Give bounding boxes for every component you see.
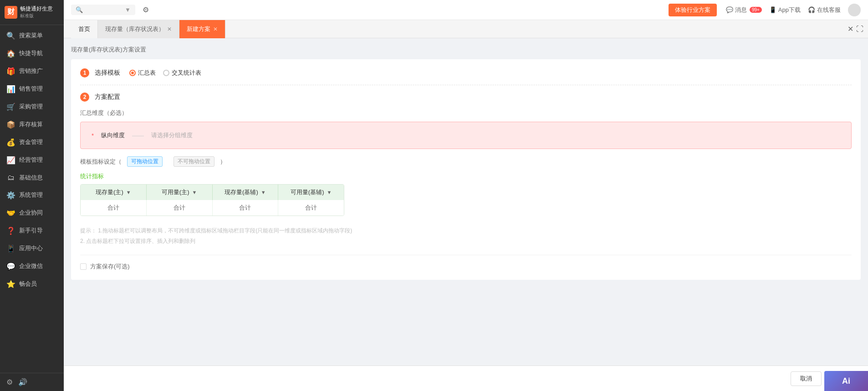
handshake-icon: 🤝 <box>6 209 15 217</box>
template-radio-group: 汇总表 交叉统计表 <box>129 69 201 77</box>
user-avatar[interactable] <box>848 4 861 16</box>
sidebar-item-label: 快捷导航 <box>19 49 43 57</box>
stats-label: 统计指标 <box>80 172 852 180</box>
col-label-3: 可用量(基辅) <box>291 188 324 196</box>
page-title: 现存量(库存状况表)方案设置 <box>71 46 861 54</box>
tab-inventory-label: 现存量（库存状况表） <box>105 25 164 33</box>
col-label-2: 现存量(基辅) <box>225 188 258 196</box>
indicator-settings-label: 模板指标设定（ <box>80 158 122 166</box>
audio-icon[interactable]: 🔊 <box>18 378 27 386</box>
indicator-table: 现存量(主) ▼ 可用量(主) ▼ 现存量(基辅) ▼ 可用量(基辅) ▼ <box>80 184 344 216</box>
step2-label: 方案配置 <box>95 93 120 101</box>
sidebar-item-operations[interactable]: 📈 经营管理 <box>0 151 64 169</box>
money-icon: 💰 <box>6 138 15 147</box>
step2-row: 2 方案配置 <box>80 93 852 102</box>
sidebar-item-inventory[interactable]: 📦 库存核算 <box>0 116 64 134</box>
sidebar-item-system[interactable]: ⚙️ 系统管理 <box>0 186 64 204</box>
draggable-tag: 可拖动位置 <box>127 156 163 167</box>
col-label-0: 现存量(主) <box>96 188 123 196</box>
search-input[interactable] <box>86 7 122 13</box>
sidebar-footer: ⚙ 🔊 <box>0 373 64 391</box>
indicator-settings-row: 模板指标设定（ 可拖动位置 不可拖动位置 ） <box>80 156 852 167</box>
tip-prefix: 提示： <box>80 227 97 234</box>
settings-icon[interactable]: ⚙ <box>6 378 13 386</box>
tab-inventory-status[interactable]: 现存量（库存状况表） ✕ <box>98 20 179 38</box>
question-icon: ❓ <box>6 226 15 235</box>
col-header-0[interactable]: 现存量(主) ▼ <box>81 185 147 200</box>
app-logo-icon: 财 <box>5 6 17 19</box>
sidebar-item-basic[interactable]: 🗂 基础信息 <box>0 169 64 186</box>
col-header-1[interactable]: 可用量(主) ▼ <box>147 185 213 200</box>
messages-button[interactable]: 💬 消息 99+ <box>726 6 762 14</box>
settings-gear-icon[interactable]: ⚙ <box>143 5 149 14</box>
expand-icon[interactable]: ⛶ <box>856 25 863 33</box>
radio-cross[interactable]: 交叉统计表 <box>163 69 201 77</box>
sidebar-item-label: 库存核算 <box>19 120 43 129</box>
dimension-section-label: 汇总维度（必选） <box>80 109 852 117</box>
sidebar-item-contract[interactable]: 🤝 企业协同 <box>0 204 64 222</box>
radio-summary[interactable]: 汇总表 <box>129 69 156 77</box>
col-data-1: 合计 <box>147 200 213 216</box>
mobile-download-icon: 📱 <box>769 6 776 13</box>
topbar-search-box[interactable]: 🔍 ▼ <box>71 5 135 15</box>
app-download-label: App下载 <box>778 6 801 14</box>
cart-icon: 🛒 <box>6 103 15 111</box>
mobile-icon: 📱 <box>6 244 15 253</box>
radio-summary-circle <box>129 70 136 76</box>
sidebar-item-wechat[interactable]: 💬 企业微信 <box>0 257 64 275</box>
sidebar-item-label: 企业协同 <box>19 209 43 217</box>
chevron-down-icon-2: ▼ <box>261 190 266 195</box>
star-icon: ⭐ <box>6 280 15 288</box>
non-draggable-tag: 不可拖动位置 <box>174 156 214 167</box>
col-header-2[interactable]: 现存量(基辅) ▼ <box>213 185 279 200</box>
sidebar-item-search[interactable]: 🔍 搜索菜单 <box>0 27 64 45</box>
cancel-button[interactable]: 取消 <box>791 371 822 386</box>
col-header-3[interactable]: 可用量(基辅) ▼ <box>278 185 344 200</box>
sidebar-item-purchase[interactable]: 🛒 采购管理 <box>0 98 64 116</box>
sidebar-item-member[interactable]: ⭐ 畅会员 <box>0 275 64 293</box>
radio-summary-label: 汇总表 <box>138 69 156 77</box>
sales-icon: 📊 <box>6 85 15 93</box>
sidebar-item-label: 资金管理 <box>19 138 43 146</box>
dimension-row: * 纵向维度 —— 请选择分组维度 <box>92 131 840 139</box>
sidebar-item-label: 搜索菜单 <box>19 31 43 40</box>
online-service-button[interactable]: 🎧 在线客服 <box>808 6 841 14</box>
sidebar-item-label: 系统管理 <box>19 191 43 199</box>
tab-home-label: 首页 <box>78 25 90 33</box>
tab-home[interactable]: 首页 <box>71 20 98 38</box>
step1-label: 选择模板 <box>95 69 120 77</box>
message-label: 消息 <box>735 6 747 14</box>
required-mark: * <box>92 132 94 139</box>
trial-button[interactable]: 体验行业方案 <box>669 4 717 16</box>
chevron-down-icon-3: ▼ <box>327 190 332 195</box>
step1-row: 1 选择模板 汇总表 交叉统计表 <box>80 68 852 77</box>
sidebar-logo: 财 畅捷通好生意 标准版 <box>0 0 64 25</box>
sidebar-item-sales[interactable]: 📊 销售管理 <box>0 80 64 98</box>
dimension-box: * 纵向维度 —— 请选择分组维度 <box>80 122 852 149</box>
sidebar-item-finance[interactable]: 💰 资金管理 <box>0 134 64 151</box>
indicator-header-row: 现存量(主) ▼ 可用量(主) ▼ 现存量(基辅) ▼ 可用量(基辅) ▼ <box>81 185 344 200</box>
message-badge: 99+ <box>750 7 762 13</box>
headset-icon: 🎧 <box>808 6 815 13</box>
sidebar-item-new-guide[interactable]: ❓ 新手引导 <box>0 222 64 240</box>
app-name: 畅捷通好生意 <box>20 5 53 13</box>
sidebar-item-app-center[interactable]: 📱 应用中心 <box>0 240 64 257</box>
tab-new-scheme-close-icon[interactable]: ✕ <box>213 26 218 32</box>
sidebar: 财 畅捷通好生意 标准版 🔍 搜索菜单 🏠 快捷导航 🎁 营销推广 📊 销售管理… <box>0 0 64 391</box>
chevron-down-icon-0: ▼ <box>126 190 131 195</box>
close-window-icon[interactable]: ✕ <box>848 25 853 33</box>
sidebar-item-marketing[interactable]: 🎁 营销推广 <box>0 62 64 80</box>
sidebar-item-quick-nav[interactable]: 🏠 快捷导航 <box>0 45 64 62</box>
sidebar-item-label: 经营管理 <box>19 156 43 164</box>
tab-new-scheme[interactable]: 新建方案 ✕ <box>179 20 225 38</box>
chart-icon: 📈 <box>6 156 15 165</box>
topbar: 🔍 ▼ ⚙ 体验行业方案 💬 消息 99+ 📱 App下载 🎧 在线客服 <box>64 0 868 20</box>
app-download-button[interactable]: 📱 App下载 <box>769 6 801 14</box>
ai-badge[interactable]: Ai <box>824 371 868 391</box>
tab-close-icon[interactable]: ✕ <box>167 26 172 32</box>
sidebar-item-label: 营销推广 <box>19 67 43 75</box>
save-scheme-checkbox[interactable] <box>80 263 87 270</box>
app-edition: 标准版 <box>20 13 53 19</box>
tip2: 2. 点击标题栏下拉可设置排序、插入列和删除列 <box>80 237 852 246</box>
wechat-icon: 💬 <box>6 262 15 271</box>
